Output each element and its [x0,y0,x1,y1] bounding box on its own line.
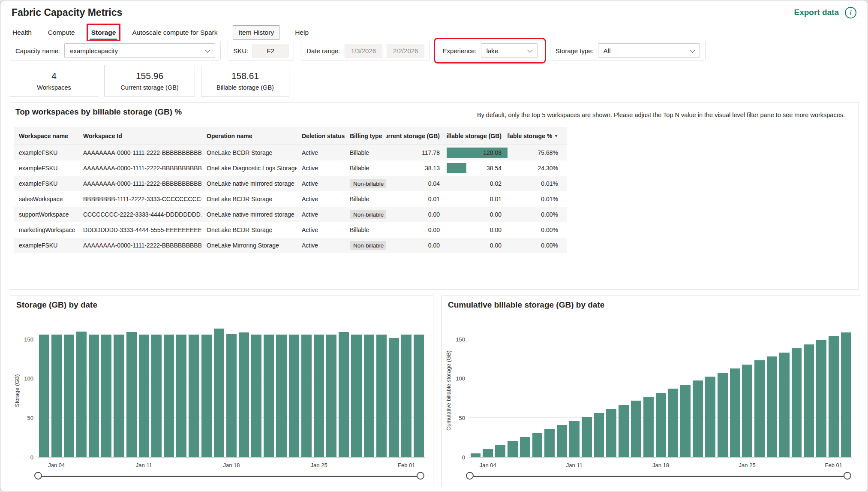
bar-jan-20[interactable] [680,385,691,457]
bar-feb-01[interactable] [401,335,411,457]
bar-jan-15[interactable] [619,405,629,457]
storage-type-dropdown[interactable]: All [598,43,700,58]
bar-jan-22[interactable] [276,335,286,457]
bar-jan-15[interactable] [189,335,199,457]
bar-jan-16[interactable] [201,335,212,457]
bar-feb-02[interactable] [841,332,851,457]
bar-jan-08[interactable] [532,433,543,457]
operation-name-cell: OneLake BCDR Storage [201,222,297,238]
bar-jan-06[interactable] [508,441,518,457]
table-row-7[interactable]: exampleFSKUAAAAAAAA-0000-1111-2222-BBBBB… [14,238,567,253]
column-header-operation-name[interactable]: Operation name [201,127,297,145]
column-header-workspace-name[interactable]: Workspace name [14,127,78,145]
bar-jan-18[interactable] [656,393,666,457]
bar-jan-27[interactable] [767,356,777,457]
workspace-id-cell: AAAAAAAA-0000-1111-2222-BBBBBBBBBBBB [78,176,201,191]
bar-jan-29[interactable] [792,348,802,457]
table-row-2[interactable]: exampleFSKUAAAAAAAA-0000-1111-2222-BBBBB… [14,160,567,176]
bar-jan-19[interactable] [239,332,249,457]
bar-jan-18[interactable] [226,334,237,457]
bar-jan-14[interactable] [606,409,616,457]
bar-jan-04[interactable] [51,335,62,457]
column-header-deletion-status[interactable]: Deletion status [297,127,345,145]
tab-autoscale-compute-for-spark[interactable]: Autoscale compute for Spark [131,27,218,38]
table-row-6[interactable]: marketingWorkspaceDDDDDDDD-3333-4444-555… [14,222,567,238]
bar-jan-06[interactable] [76,332,87,457]
table-row-5[interactable]: supportWorkspaceCCCCCCCC-2222-3333-4444-… [14,207,567,222]
bar-jan-30[interactable] [804,344,814,457]
bar-jan-24[interactable] [301,335,312,457]
bar-jan-03[interactable] [471,453,481,457]
slider-handle-left[interactable] [466,472,474,480]
date-range-slider[interactable] [466,471,851,481]
column-header-workspace-id[interactable]: Workspace Id [78,127,201,145]
bar-jan-23[interactable] [718,373,728,457]
bar-jan-13[interactable] [594,413,604,457]
date-start-input[interactable]: 1/3/2026 [345,44,382,57]
tab-item-history[interactable]: Item History [233,25,279,40]
bar-jan-20[interactable] [251,335,261,457]
bar-jan-05[interactable] [64,335,74,457]
column-header-billable-storage-[interactable]: Billable storage %▼ [508,127,564,145]
bar-jan-16[interactable] [631,401,641,457]
bar-jan-12[interactable] [582,417,592,457]
bar-jan-28[interactable] [351,335,361,457]
slider-track[interactable] [38,476,421,477]
bar-jan-21[interactable] [264,335,274,457]
bar-jan-29[interactable] [364,335,374,457]
experience-dropdown[interactable]: lake [481,43,538,58]
date-end-input[interactable]: 2/2/2026 [387,44,424,57]
bar-jan-03[interactable] [39,335,49,457]
capacity-name-dropdown[interactable]: examplecapacity [64,43,215,58]
tab-compute[interactable]: Compute [47,27,76,38]
bar-jan-31[interactable] [389,338,399,457]
bar-jan-12[interactable] [151,335,162,457]
bar-jan-19[interactable] [668,389,679,457]
bar-jan-14[interactable] [176,335,186,457]
date-range-slider[interactable] [34,471,424,481]
bar-jan-05[interactable] [495,445,505,457]
export-data-button[interactable]: Export data [794,8,839,17]
column-header-billing-type[interactable]: Billing type [345,127,386,145]
bar-feb-01[interactable] [829,336,839,457]
table-row-3[interactable]: exampleFSKUAAAAAAAA-0000-1111-2222-BBBBB… [14,176,567,191]
bar-jan-27[interactable] [339,332,349,457]
bar-jan-09[interactable] [544,429,555,457]
bar-jan-04[interactable] [483,449,493,457]
bar-jan-25[interactable] [742,365,752,457]
tab-health[interactable]: Health [12,27,33,38]
bar-jan-07[interactable] [520,437,530,457]
table-row-4[interactable]: salesWorkspaceBBBBBBBB-1111-2222-3333-CC… [14,191,567,207]
bar-jan-25[interactable] [314,335,324,457]
bar-jan-17[interactable] [214,329,224,457]
slider-handle-right[interactable] [417,472,424,480]
bar-jan-07[interactable] [89,335,99,457]
tab-storage[interactable]: Storage [90,27,117,38]
slider-handle-left[interactable] [34,472,42,480]
bar-feb-02[interactable] [414,335,424,457]
info-icon[interactable]: i [845,7,856,18]
bar-jan-22[interactable] [705,377,715,457]
bar-jan-17[interactable] [643,397,654,457]
table-row-1[interactable]: exampleFSKUAAAAAAAA-0000-1111-2222-BBBBB… [14,145,567,160]
bar-jan-10[interactable] [557,425,567,457]
slider-track[interactable] [469,476,848,477]
bar-jan-30[interactable] [376,335,387,457]
bar-jan-08[interactable] [101,335,111,457]
bar-jan-21[interactable] [693,380,703,457]
column-header-current-storage-gb-[interactable]: Current storage (GB) [386,127,446,145]
bar-jan-11[interactable] [569,421,580,457]
bar-jan-09[interactable] [114,335,124,457]
tab-help[interactable]: Help [294,27,309,38]
column-header-billable-storage-gb-[interactable]: Billable storage (GB) [446,127,508,145]
bar-jan-31[interactable] [816,340,826,457]
bar-jan-11[interactable] [139,335,149,457]
slider-handle-right[interactable] [844,472,851,480]
bar-jan-13[interactable] [164,335,174,457]
bar-jan-26[interactable] [754,360,765,457]
bar-jan-26[interactable] [326,335,336,457]
bar-jan-23[interactable] [289,335,299,457]
bar-jan-28[interactable] [779,353,790,457]
bar-jan-24[interactable] [730,368,740,457]
bar-jan-10[interactable] [126,332,137,457]
